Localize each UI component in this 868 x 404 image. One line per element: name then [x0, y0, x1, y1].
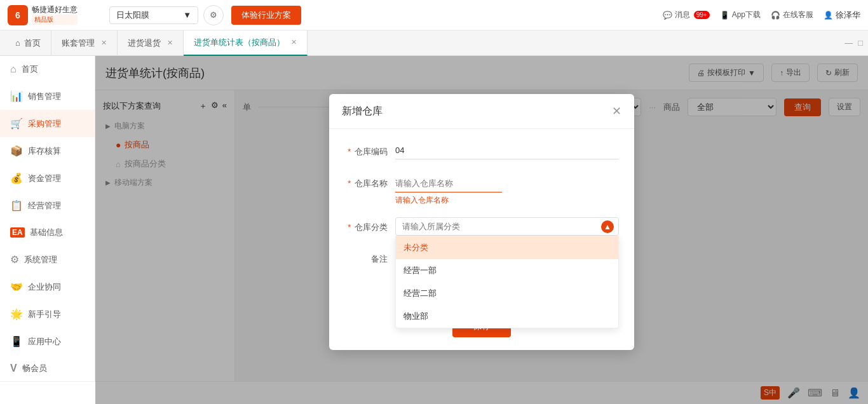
sidebar-item-home[interactable]: ⌂ 首页: [0, 56, 95, 83]
app-name: 畅捷通好生意: [32, 5, 78, 15]
user-name: 徐泽华: [836, 10, 860, 21]
main-content: 进货单统计(按商品) 🖨 按模板打印 ▼ ↑ 导出 ↻ 刷新: [95, 56, 868, 404]
store-selector[interactable]: 日太阳膜 ▼: [109, 6, 198, 24]
dropdown-option-0[interactable]: 未分类: [396, 236, 618, 259]
app-badge: 精品版: [32, 15, 78, 25]
purchase-icon: 🛒: [10, 118, 23, 130]
dropdown-option-3[interactable]: 物业部: [396, 305, 618, 328]
app-download-button[interactable]: 📱 App下载: [720, 10, 761, 20]
person-icon: 👤: [824, 11, 833, 20]
operations-icon: 📋: [10, 199, 23, 212]
category-form-row: * 仓库分类 ▲ 未分类 经营一部 经营二部 物业部: [344, 217, 619, 238]
store-name: 日太阳膜: [116, 10, 149, 21]
category-input[interactable]: [395, 217, 619, 236]
sidebar: ⌂ 首页 📊 销售管理 🛒 采购管理 📦 库存核算 💰 资金管理 📋 经营管理 …: [0, 56, 95, 404]
try-industry-button[interactable]: 体验行业方案: [231, 6, 301, 25]
code-label: * 仓库编码: [344, 142, 395, 162]
app-center-icon: 📱: [10, 335, 23, 347]
sales-icon: 📊: [10, 90, 23, 102]
chevron-down-icon: ▼: [183, 10, 191, 20]
code-form-row: * 仓库编码: [344, 142, 619, 162]
tab-purchase-return[interactable]: 进货退货 ✕: [118, 30, 184, 56]
sidebar-item-vip[interactable]: V 畅会员: [0, 355, 95, 382]
modal-overlay: 新增仓库 ✕ * 仓库编码: [95, 56, 868, 404]
name-error-text: 请输入仓库名称: [395, 195, 449, 206]
window-maximize-icon[interactable]: □: [858, 38, 863, 48]
note-label: 备注: [344, 249, 395, 269]
sidebar-item-finance[interactable]: 💰 资金管理: [0, 165, 95, 192]
sidebar-item-purchase[interactable]: 🛒 采购管理: [0, 110, 95, 137]
dropdown-option-1[interactable]: 经营一部: [396, 259, 618, 282]
mobile-icon: 📱: [720, 11, 729, 20]
message-label: 消息: [675, 10, 690, 20]
app-logo-icon: 6: [8, 5, 28, 25]
vip-icon: V: [10, 363, 17, 374]
enterprise-icon: 🤝: [10, 281, 23, 293]
sidebar-item-system[interactable]: ⚙ 系统管理: [0, 246, 95, 273]
code-input[interactable]: [395, 142, 619, 159]
modal-body: * 仓库编码 * 仓库名称: [329, 129, 634, 313]
name-input[interactable]: [395, 175, 502, 192]
main-layout: ⌂ 首页 📊 销售管理 🛒 采购管理 📦 库存核算 💰 资金管理 📋 经营管理 …: [0, 56, 868, 404]
tab-close-purchase-stats[interactable]: ✕: [291, 38, 297, 46]
sidebar-item-basic-info[interactable]: EA 基础信息: [0, 219, 95, 246]
message-icon: 💬: [663, 11, 672, 20]
modal-header: 新增仓库 ✕: [329, 94, 634, 129]
sidebar-item-enterprise[interactable]: 🤝 企业协同: [0, 273, 95, 300]
online-service-button[interactable]: 🎧 在线客服: [771, 10, 813, 20]
category-dropdown-toggle[interactable]: ▲: [601, 220, 614, 233]
tab-purchase-stats[interactable]: 进货单统计表（按商品） ✕: [184, 30, 308, 56]
settings-icon[interactable]: ⚙: [203, 5, 224, 25]
dropdown-option-2[interactable]: 经营二部: [396, 282, 618, 305]
tab-controls: — □: [844, 38, 863, 48]
modal-title: 新增仓库: [342, 105, 383, 118]
guide-icon: 🌟: [10, 308, 23, 320]
name-form-row: * 仓库名称 请输入仓库名称: [344, 173, 619, 206]
tab-home[interactable]: ⌂ 首页: [5, 30, 51, 56]
category-dropdown-list: 未分类 经营一部 经营二部 物业部: [395, 236, 619, 328]
sidebar-item-guide[interactable]: 🌟 新手引导: [0, 300, 95, 328]
message-button[interactable]: 💬 消息 99+: [663, 10, 710, 20]
home-icon: ⌂: [10, 64, 17, 75]
category-select-wrap: ▲ 未分类 经营一部 经营二部 物业部: [395, 217, 619, 236]
message-badge: 99+: [694, 11, 710, 19]
tab-close-accounts[interactable]: ✕: [101, 39, 107, 47]
logo-area: 6 畅捷通好生意 精品版: [8, 5, 103, 25]
new-warehouse-modal: 新增仓库 ✕ * 仓库编码: [329, 94, 634, 350]
modal-close-button[interactable]: ✕: [612, 104, 621, 118]
sidebar-item-inventory[interactable]: 📦 库存核算: [0, 137, 95, 165]
finance-icon: 💰: [10, 172, 23, 184]
system-icon: ⚙: [10, 253, 19, 266]
tab-bar: ⌂ 首页 账套管理 ✕ 进货退货 ✕ 进货单统计表（按商品） ✕ — □: [0, 30, 868, 56]
window-minimize-icon[interactable]: —: [844, 38, 853, 48]
basic-info-icon: EA: [10, 227, 25, 238]
name-label: * 仓库名称: [344, 173, 395, 194]
headphone-icon: 🎧: [771, 11, 780, 20]
sidebar-item-sales[interactable]: 📊 销售管理: [0, 83, 95, 110]
sidebar-item-operations[interactable]: 📋 经营管理: [0, 192, 95, 219]
sidebar-item-app-center[interactable]: 📱 应用中心: [0, 328, 95, 355]
tab-close-purchase-return[interactable]: ✕: [167, 39, 173, 47]
top-header: 6 畅捷通好生意 精品版 日太阳膜 ▼ ⚙ 体验行业方案 💬 消息 99+ 📱 …: [0, 0, 868, 30]
inventory-icon: 📦: [10, 145, 23, 157]
category-label: * 仓库分类: [344, 217, 395, 238]
home-icon: ⌂: [15, 38, 20, 48]
user-avatar[interactable]: 👤 徐泽华: [824, 10, 860, 21]
header-right: 💬 消息 99+ 📱 App下载 🎧 在线客服 👤 徐泽华: [663, 10, 860, 21]
tab-accounts[interactable]: 账套管理 ✕: [51, 30, 118, 56]
